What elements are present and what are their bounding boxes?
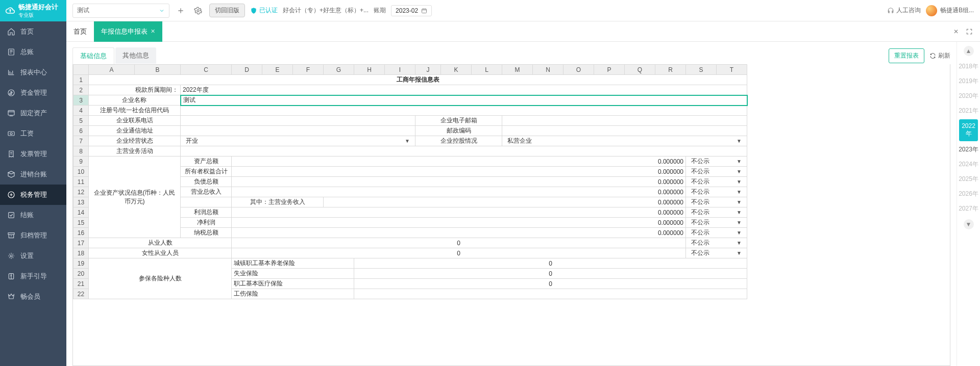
settings-button[interactable] xyxy=(192,5,204,17)
tab-close-icon[interactable]: ✕ xyxy=(151,28,155,35)
svg-point-4 xyxy=(10,133,12,135)
verified-badge: 已认证 xyxy=(250,6,278,15)
company-name-input[interactable]: 测试 xyxy=(181,95,747,106)
status-select[interactable]: 开业▼ xyxy=(181,136,415,146)
sidebar: 畅捷通好会计 专业版 首页总账报表中心资金管理固定资产工资发票管理进销台账税务管… xyxy=(0,0,66,366)
sidebar-item-4[interactable]: 固定资产 xyxy=(0,103,66,123)
sidebar-item-5[interactable]: 工资 xyxy=(0,123,66,144)
col-header-J[interactable]: J xyxy=(415,65,441,75)
guide-icon xyxy=(7,272,15,280)
spreadsheet[interactable]: ABCDEFGHIJKLMNOPQRST1工商年报信息表2税款所属期间：2022… xyxy=(72,64,796,366)
pub-select-12[interactable]: 不公示▼ xyxy=(686,187,747,197)
subtabs: 基础信息 其他信息 重置报表 刷新 xyxy=(72,47,796,64)
sidebar-item-9[interactable]: 结账 xyxy=(0,205,66,225)
col-header-F[interactable]: F xyxy=(293,65,324,75)
brand-logo: 畅捷通好会计 专业版 xyxy=(0,0,66,21)
settings-icon xyxy=(7,252,15,260)
pub-select-11[interactable]: 不公示▼ xyxy=(686,177,747,187)
svg-rect-13 xyxy=(422,9,427,13)
fund-icon xyxy=(7,89,15,97)
ledger-icon xyxy=(7,48,15,56)
svg-rect-0 xyxy=(9,49,14,55)
col-header-N[interactable]: N xyxy=(533,65,564,75)
chevron-down-icon xyxy=(159,8,165,14)
pub-select-15[interactable]: 不公示▼ xyxy=(686,218,747,228)
product-text: 好会计（专）+好生意（标）+... xyxy=(283,6,369,15)
asset-icon xyxy=(7,109,15,117)
sidebar-item-2[interactable]: 报表中心 xyxy=(0,62,66,83)
tax-icon xyxy=(7,191,15,199)
company-name: 测试 xyxy=(77,6,89,15)
subtab-other[interactable]: 其他信息 xyxy=(115,47,156,64)
sidebar-item-11[interactable]: 设置 xyxy=(0,246,66,266)
home-icon xyxy=(7,28,15,36)
subtab-basic[interactable]: 基础信息 xyxy=(72,47,114,64)
archive-icon xyxy=(7,231,15,240)
topbar: 测试 切回旧版 已认证 好会计（专）+好生意（标）+... 账期 2023-02… xyxy=(66,0,796,21)
col-header-L[interactable]: L xyxy=(472,65,502,75)
sidebar-item-1[interactable]: 总账 xyxy=(0,42,66,62)
col-header-H[interactable]: H xyxy=(354,65,385,75)
col-header-K[interactable]: K xyxy=(441,65,472,75)
invoice-icon xyxy=(7,150,15,158)
col-header-R[interactable]: R xyxy=(655,65,686,75)
content-area: 基础信息 其他信息 重置报表 刷新 ABCDEFGHIJKLMNOPQRST1工… xyxy=(66,42,796,366)
svg-point-8 xyxy=(10,255,12,257)
col-header-C[interactable]: C xyxy=(181,65,232,75)
col-header-D[interactable]: D xyxy=(232,65,262,75)
svg-rect-6 xyxy=(9,213,14,218)
brand-name: 畅捷通好会计 xyxy=(18,3,58,11)
reg-no-label: 注册号/统一社会信用代码 xyxy=(89,106,181,116)
col-header-S[interactable]: S xyxy=(686,65,717,75)
tax-period-value: 2022年度 xyxy=(181,85,747,95)
reg-no-input[interactable] xyxy=(181,106,747,116)
pub-select-9[interactable]: 不公示▼ xyxy=(686,156,747,167)
col-header-O[interactable]: O xyxy=(564,65,594,75)
add-button[interactable] xyxy=(175,5,187,17)
col-header-P[interactable]: P xyxy=(594,65,625,75)
sheet-title: 工商年报信息表 xyxy=(89,75,747,85)
sidebar-item-7[interactable]: 进销台账 xyxy=(0,164,66,185)
col-header-G[interactable]: G xyxy=(324,65,354,75)
sidebar-item-10[interactable]: 归档管理 xyxy=(0,225,66,246)
company-selector[interactable]: 测试 xyxy=(72,4,169,18)
salary-icon xyxy=(7,129,15,138)
cloud-icon xyxy=(5,6,15,16)
pub-select-16[interactable]: 不公示▼ xyxy=(686,228,747,238)
asset-group-label: 企业资产状况信息(币种：人民币万元) xyxy=(89,156,181,238)
holding-select[interactable]: 私营企业▼ xyxy=(502,136,747,146)
sidebar-item-3[interactable]: 资金管理 xyxy=(0,83,66,103)
col-header-M[interactable]: M xyxy=(502,65,533,75)
stock-icon xyxy=(7,170,15,178)
pub-select-13[interactable]: 不公示▼ xyxy=(686,197,747,207)
svg-point-12 xyxy=(197,10,199,12)
svg-rect-2 xyxy=(8,111,14,115)
period-selector[interactable]: 2023-02 xyxy=(391,5,432,16)
col-header-B[interactable]: B xyxy=(135,65,181,75)
close-icon xyxy=(7,211,15,219)
report-icon xyxy=(7,68,15,76)
member-icon xyxy=(7,293,15,301)
sidebar-item-0[interactable]: 首页 xyxy=(0,21,66,42)
company-name-label: 企业名称 xyxy=(89,95,181,106)
col-header-E[interactable]: E xyxy=(262,65,293,75)
col-header-A[interactable]: A xyxy=(89,65,135,75)
period-label: 账期 xyxy=(374,6,386,15)
svg-rect-7 xyxy=(8,233,14,234)
tax-period-label: 税款所属期间： xyxy=(89,85,181,95)
switch-old-version-button[interactable]: 切回旧版 xyxy=(209,4,245,17)
sidebar-item-12[interactable]: 新手引导 xyxy=(0,266,66,286)
col-header-Q[interactable]: Q xyxy=(625,65,655,75)
pub-select-10[interactable]: 不公示▼ xyxy=(686,167,747,177)
pub-select-14[interactable]: 不公示▼ xyxy=(686,207,747,218)
tab-home[interactable]: 首页 xyxy=(66,21,94,42)
insurance-group-label: 参保各险种人数 xyxy=(89,258,232,299)
col-header-I[interactable]: I xyxy=(385,65,415,75)
col-header-T[interactable]: T xyxy=(717,65,747,75)
sidebar-item-8[interactable]: 税务管理 xyxy=(0,185,66,205)
sidebar-item-6[interactable]: 发票管理 xyxy=(0,144,66,164)
calendar-icon xyxy=(421,8,427,14)
tab-annual-report[interactable]: 年报信息申报表 ✕ xyxy=(94,21,162,42)
page-tabs: 首页 年报信息申报表 ✕ ✕ xyxy=(66,21,796,42)
sidebar-item-13[interactable]: 畅会员 xyxy=(0,286,66,307)
